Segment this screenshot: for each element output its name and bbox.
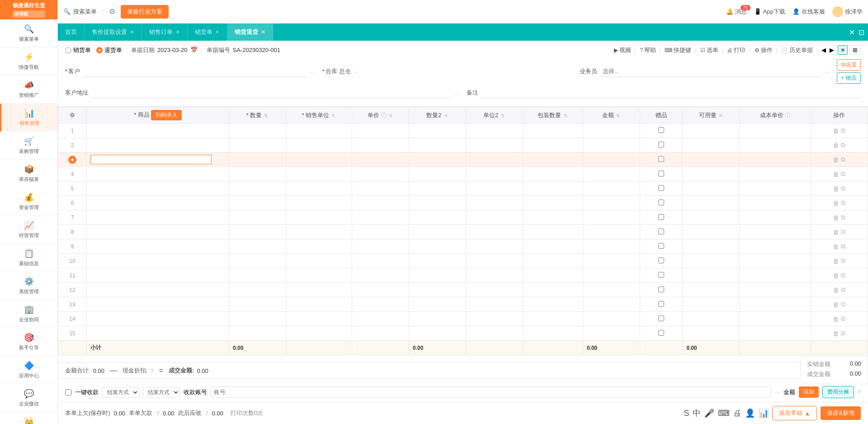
copy-icon[interactable]: ⧉ [841, 257, 845, 265]
unit-cell[interactable] [286, 138, 352, 152]
online-service-button[interactable]: 👤 在线客服 [793, 8, 825, 16]
delete-icon[interactable]: 🗑 [833, 272, 839, 279]
customer-input[interactable] [83, 66, 307, 77]
qty2-cell[interactable] [409, 138, 466, 152]
tab-sales-order[interactable]: 销售订单 ✕ [142, 24, 188, 41]
price-cell[interactable] [352, 152, 409, 167]
calendar-icon[interactable]: 📅 [190, 47, 198, 53]
add-row-button[interactable]: + [68, 156, 76, 164]
copy-icon[interactable]: ⧉ [841, 243, 845, 250]
info-icon[interactable]: ⓘ [381, 112, 387, 119]
th-settings[interactable]: ⚙ [58, 107, 87, 124]
notes-input[interactable] [481, 87, 861, 98]
copy-icon[interactable]: ⧉ [841, 127, 845, 134]
video-link[interactable]: ▶ 视频 [614, 46, 631, 54]
delete-icon[interactable]: 🗑 [833, 214, 839, 221]
sidebar-item-quick-nav[interactable]: ⚡ 快捷导航 [0, 48, 57, 76]
avail-cell[interactable] [683, 124, 740, 138]
sort-icon[interactable]: ⇅ [501, 113, 505, 118]
sidebar-item-system[interactable]: ⚙️ 系统管理 [0, 272, 57, 300]
sidebar-item-purchase-mgmt[interactable]: 🛒 采购管理 [0, 132, 57, 160]
tool-keyboard-icon[interactable]: ⌨ [718, 408, 730, 418]
column-settings-icon[interactable]: ⚙ [70, 112, 75, 119]
delete-icon[interactable]: 🗑 [833, 229, 839, 236]
copy-icon[interactable]: ⧉ [841, 228, 845, 236]
sort-icon[interactable]: ⇅ [719, 113, 722, 118]
gift-cell[interactable] [640, 124, 683, 138]
copy-icon[interactable]: ⧉ [841, 272, 845, 279]
delete-icon[interactable]: 🗑 [833, 315, 839, 323]
avail-cell[interactable] [683, 138, 740, 152]
customer-dots[interactable]: ··· [310, 68, 315, 75]
gift-checkbox[interactable] [658, 272, 664, 278]
copy-icon[interactable]: ⧉ [841, 141, 845, 149]
gift-checkbox[interactable] [658, 156, 664, 162]
sidebar-item-newbie[interactable]: 🎯 新手引导 [0, 328, 57, 356]
gift-checkbox[interactable] [658, 200, 664, 205]
delete-icon[interactable]: 🗑 [833, 286, 839, 294]
salesperson-dots[interactable]: ··· [825, 68, 830, 75]
warehouse-dots[interactable]: ··· [354, 68, 359, 75]
gift-checkbox[interactable] [658, 171, 664, 176]
copy-icon[interactable]: ⧉ [841, 199, 845, 207]
tool-print-icon[interactable]: 🖨 [733, 409, 741, 418]
address-input[interactable] [91, 87, 452, 98]
sort-icon[interactable]: ⇅ [564, 113, 567, 118]
sidebar-item-sales-mgmt[interactable]: 📊 销售管理 [0, 104, 57, 132]
gift-checkbox[interactable] [658, 214, 664, 220]
account-dots[interactable]: ··· [775, 389, 780, 395]
settings-button[interactable]: ⚙设置 [837, 59, 861, 71]
delete-icon[interactable]: 🗑 [833, 127, 839, 134]
gift-checkbox[interactable] [658, 185, 664, 191]
tool-zh-icon[interactable]: 中 [693, 408, 701, 419]
calc-method-select[interactable]: 结算方式 [143, 387, 180, 398]
expense-split-button[interactable]: 费用分摊 [822, 386, 854, 398]
gift-checkbox[interactable] [658, 286, 664, 292]
gift-checkbox[interactable] [658, 257, 664, 263]
message-button[interactable]: 🔔 消息 70 [726, 8, 747, 16]
sort-icon[interactable]: ⇅ [264, 113, 268, 118]
sidebar-item-inventory[interactable]: 📦 库存核算 [0, 160, 57, 188]
unit-cell[interactable] [286, 152, 352, 167]
copy-icon[interactable]: ⧉ [841, 286, 845, 294]
gift-cell[interactable] [640, 138, 683, 152]
nav-prev-icon[interactable]: ◀ [821, 47, 826, 53]
delete-icon[interactable]: 🗑 [833, 301, 839, 308]
tool-chart-icon[interactable]: 📊 [759, 408, 769, 418]
maximize-icon[interactable]: ⊡ [859, 28, 864, 37]
view-grid-btn[interactable]: ⊞ [849, 45, 861, 55]
delete-icon[interactable]: 🗑 [833, 142, 839, 149]
qty2-cell[interactable] [409, 124, 466, 138]
delete-icon[interactable]: 🗑 [833, 257, 839, 265]
amount-cell[interactable] [583, 124, 640, 138]
nav-next-icon[interactable]: ▶ [830, 47, 834, 53]
shortcut-link[interactable]: ⌨ 快捷键 [665, 46, 691, 54]
help-link[interactable]: ? 帮助 [640, 46, 656, 54]
gift-checkbox[interactable] [658, 315, 664, 321]
delete-icon[interactable]: 🗑 [833, 330, 839, 337]
experience-button[interactable]: 体验行业方案 [121, 5, 169, 19]
sidebar-item-enterprise-wechat[interactable]: 💬 企业微信 [0, 384, 57, 412]
qty-cell[interactable] [229, 152, 286, 167]
sort-icon[interactable]: ⇅ [331, 113, 335, 118]
salesperson-input[interactable] [600, 66, 822, 77]
costprice-cell[interactable] [740, 124, 811, 138]
delete-icon[interactable]: 🗑 [833, 185, 839, 192]
settings-icon[interactable]: ⚙ [109, 7, 115, 16]
goods-cell[interactable] [87, 138, 229, 152]
pkgqty-cell[interactable] [523, 124, 583, 138]
print-link[interactable]: 🖨 打印 [727, 46, 745, 54]
sidebar-item-finance[interactable]: 💰 资金管理 [0, 188, 57, 216]
delete-icon[interactable]: 🗑 [833, 156, 839, 163]
price-cell[interactable] [352, 138, 409, 152]
unit-cell[interactable] [286, 124, 352, 138]
close-icon[interactable]: ✕ [175, 29, 180, 35]
close-icon[interactable]: ✕ [130, 29, 134, 35]
copy-icon[interactable]: ⧉ [841, 300, 845, 308]
pkgqty-cell[interactable] [523, 152, 583, 167]
one-click-payment-checkbox[interactable] [65, 389, 71, 395]
gift-checkbox[interactable] [658, 330, 664, 336]
qty-cell[interactable] [229, 124, 286, 138]
gift-checkbox[interactable] [658, 142, 664, 148]
close-tab-icon[interactable]: ✕ [849, 28, 855, 37]
